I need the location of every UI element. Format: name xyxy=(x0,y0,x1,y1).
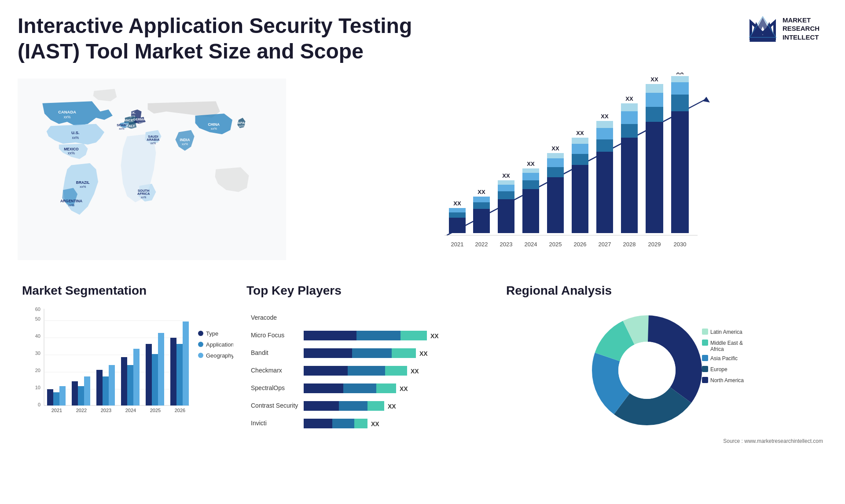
svg-rect-188 xyxy=(702,377,708,383)
svg-rect-144 xyxy=(304,331,356,340)
map-section: CANADA xx% U.S. xx% MEXICO xx% BRAZIL xx… xyxy=(9,68,295,279)
svg-rect-73 xyxy=(596,152,613,233)
svg-rect-121 xyxy=(103,376,109,405)
svg-text:XX: XX xyxy=(388,403,396,410)
key-players-section: Top Key Players Veracode Micro Focus XX … xyxy=(242,279,497,449)
svg-rect-70 xyxy=(572,138,588,144)
svg-text:BRAZIL: BRAZIL xyxy=(76,180,90,185)
svg-text:XX: XX xyxy=(650,76,658,83)
svg-marker-38 xyxy=(703,97,710,102)
svg-text:0: 0 xyxy=(38,402,40,407)
svg-rect-125 xyxy=(127,365,133,405)
logo-box: MARKETRESEARCHINTELLECT xyxy=(747,13,819,44)
svg-rect-46 xyxy=(473,197,490,202)
svg-text:2026: 2026 xyxy=(574,241,587,248)
svg-rect-80 xyxy=(621,124,638,138)
svg-rect-155 xyxy=(348,366,385,376)
svg-rect-95 xyxy=(671,76,689,82)
svg-rect-82 xyxy=(621,103,638,111)
segmentation-chart: 0 10 20 30 40 50 60 2021 xyxy=(22,302,233,434)
svg-rect-154 xyxy=(304,366,348,376)
svg-text:2025: 2025 xyxy=(150,408,161,413)
regional-section: Regional Analysis Latin America xyxy=(502,279,827,449)
svg-text:XX: XX xyxy=(676,73,684,76)
svg-text:Geography: Geography xyxy=(206,352,233,359)
page-title: Interactive Application Security Testing… xyxy=(18,13,414,64)
svg-text:Latin America: Latin America xyxy=(710,329,742,335)
svg-text:Micro Focus: Micro Focus xyxy=(251,332,284,339)
svg-text:2024: 2024 xyxy=(525,241,537,248)
svg-text:2022: 2022 xyxy=(475,241,488,248)
svg-rect-92 xyxy=(671,111,689,233)
svg-rect-184 xyxy=(702,355,708,361)
svg-rect-128 xyxy=(146,344,152,405)
svg-rect-138 xyxy=(198,342,203,347)
svg-rect-133 xyxy=(176,344,183,405)
svg-text:Europe: Europe xyxy=(710,366,727,373)
svg-rect-156 xyxy=(385,366,407,376)
svg-rect-130 xyxy=(158,333,164,405)
svg-text:2028: 2028 xyxy=(623,241,636,248)
svg-rect-40 xyxy=(449,212,466,218)
svg-text:xx%: xx% xyxy=(128,128,133,131)
svg-rect-58 xyxy=(522,168,539,173)
svg-text:xx%: xx% xyxy=(68,151,75,155)
svg-rect-55 xyxy=(522,189,539,233)
svg-rect-87 xyxy=(646,93,663,107)
svg-text:Africa: Africa xyxy=(710,346,724,352)
source-text: Source : www.marketresearchintellect.com xyxy=(506,438,823,444)
svg-rect-52 xyxy=(498,180,514,185)
svg-text:Asia Pacific: Asia Pacific xyxy=(710,355,738,362)
svg-rect-79 xyxy=(621,138,638,233)
bar-chart: XX 2021 XX 2022 XX 2023 XX 2024 xyxy=(308,73,823,266)
svg-rect-69 xyxy=(572,144,588,154)
svg-rect-44 xyxy=(473,209,490,233)
logo-text: MARKETRESEARCHINTELLECT xyxy=(783,16,819,42)
svg-rect-181 xyxy=(702,340,708,346)
svg-rect-76 xyxy=(596,121,613,128)
svg-text:Veracode: Veracode xyxy=(251,314,277,321)
svg-text:2021: 2021 xyxy=(451,241,464,248)
svg-text:2025: 2025 xyxy=(549,241,562,248)
svg-text:Middle East &: Middle East & xyxy=(710,340,743,346)
svg-rect-150 xyxy=(352,348,392,358)
svg-text:20: 20 xyxy=(35,368,40,373)
svg-text:xx%: xx% xyxy=(68,204,75,208)
svg-rect-45 xyxy=(473,202,490,209)
svg-text:xx%: xx% xyxy=(72,135,79,140)
svg-rect-159 xyxy=(304,383,343,393)
svg-rect-170 xyxy=(332,419,354,428)
svg-text:2030: 2030 xyxy=(674,241,687,248)
svg-rect-64 xyxy=(547,153,564,158)
svg-rect-132 xyxy=(170,338,176,405)
svg-rect-93 xyxy=(671,95,689,111)
regional-title: Regional Analysis xyxy=(506,284,823,298)
svg-text:50: 50 xyxy=(35,316,40,321)
svg-text:XX: XX xyxy=(478,189,485,195)
svg-text:Contrast Security: Contrast Security xyxy=(251,402,298,409)
svg-rect-85 xyxy=(646,122,663,233)
svg-text:Invicti: Invicti xyxy=(251,420,267,427)
svg-rect-145 xyxy=(356,331,400,340)
svg-text:ARGENTINA: ARGENTINA xyxy=(60,199,82,203)
svg-text:xx%: xx% xyxy=(151,142,156,145)
world-map: CANADA xx% U.S. xx% MEXICO xx% BRAZIL xx… xyxy=(18,73,286,266)
svg-rect-49 xyxy=(498,199,514,233)
svg-text:xx%: xx% xyxy=(80,185,86,189)
svg-rect-39 xyxy=(449,218,466,233)
svg-text:2021: 2021 xyxy=(51,408,62,413)
svg-text:Bandit: Bandit xyxy=(251,349,268,356)
svg-rect-81 xyxy=(621,111,638,124)
svg-rect-140 xyxy=(198,353,203,358)
svg-text:U.S.: U.S. xyxy=(71,131,79,135)
svg-text:XX: XX xyxy=(419,350,428,357)
svg-text:xx%: xx% xyxy=(119,127,125,130)
svg-rect-118 xyxy=(84,376,90,405)
svg-rect-41 xyxy=(449,208,466,212)
svg-rect-134 xyxy=(183,321,189,405)
svg-text:30: 30 xyxy=(35,351,40,356)
svg-text:Application: Application xyxy=(206,341,233,348)
svg-rect-112 xyxy=(47,389,53,405)
svg-rect-117 xyxy=(78,386,84,405)
svg-text:xx%: xx% xyxy=(141,196,147,199)
